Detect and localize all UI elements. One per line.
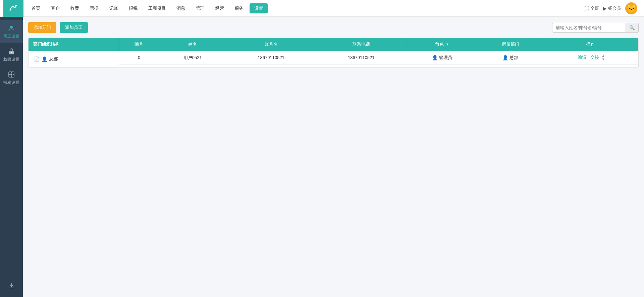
th-action: 操作 — [543, 38, 638, 51]
th-id: 编号 — [119, 38, 159, 51]
cell-actions: 编辑 交接 ▲ ▼ — [543, 51, 638, 65]
download-icon — [7, 282, 15, 290]
member-icon: ▶ — [603, 6, 607, 11]
dept-label: 总部 — [509, 55, 518, 61]
sidebar-item-employee[interactable]: 员工设置 — [0, 20, 23, 43]
dept-panel-title: 部门组织结构 — [33, 42, 59, 47]
logo — [3, 0, 23, 17]
nav-item-fee[interactable]: 收费 — [66, 3, 84, 13]
nav-item-bookkeeping[interactable]: 记账 — [105, 3, 123, 13]
dept-name-root: 总部 — [49, 56, 58, 62]
file-icon: 📄 — [34, 56, 40, 62]
top-nav: 首页 客户 收费 票据 记账 报税 工商项目 消息 管理 经营 服务 设置 ⛶ … — [0, 0, 644, 17]
member-button[interactable]: ▶ 畅会员 — [603, 5, 621, 11]
logo-icon — [8, 3, 19, 14]
th-role[interactable]: 角色 ▼ — [406, 38, 478, 51]
dept-panel-header: 部门组织结构 — [29, 38, 119, 51]
sidebar-item-taxsettings[interactable]: 报税设置 — [0, 66, 23, 90]
sidebar-label-taxsettings: 报税设置 — [3, 80, 19, 86]
avatar[interactable]: 🐱 — [625, 2, 637, 14]
scroll-up-arrow[interactable]: ▲ — [601, 54, 605, 57]
table-header-row: 编号 姓名 账号名 联系电话 角色 ▼ 所属部门 操作 — [119, 38, 638, 51]
svg-point-3 — [11, 52, 12, 53]
scroll-down-arrow[interactable]: ▼ — [601, 58, 605, 61]
filter-icon: ▼ — [445, 42, 449, 46]
nav-item-manage[interactable]: 管理 — [191, 3, 209, 13]
edit-link[interactable]: 编辑 — [578, 55, 586, 60]
sidebar: 员工设置 权限设置 — [0, 17, 23, 297]
toolbar: 添加部门 添加员工 🔍 — [28, 22, 639, 33]
nav-items: 首页 客户 收费 票据 记账 报税 工商项目 消息 管理 经营 服务 设置 — [23, 3, 584, 13]
cell-account: 18679110521 — [226, 51, 316, 65]
employee-icon — [7, 24, 15, 32]
sidebar-item-permission[interactable]: 权限设置 — [0, 43, 23, 66]
nav-item-message[interactable]: 消息 — [172, 3, 190, 13]
nav-item-settings[interactable]: 设置 — [250, 3, 268, 13]
sidebar-bottom — [0, 278, 23, 297]
th-dept: 所属部门 — [478, 38, 543, 51]
sidebar-item-download[interactable] — [0, 278, 23, 294]
transfer-link[interactable]: 交接 — [590, 55, 599, 60]
lock-icon — [7, 47, 15, 55]
main-layout: 员工设置 权限设置 — [0, 17, 644, 297]
dept-user-icon: 👤 — [42, 56, 47, 62]
fullscreen-label: 全屏 — [590, 5, 599, 11]
svg-point-0 — [15, 4, 17, 6]
svg-point-5 — [10, 73, 12, 76]
th-role-label: 角色 — [435, 42, 444, 47]
dept-tree: 📄 👤 总部 — [29, 51, 119, 67]
cell-dept: 👤 总部 — [478, 51, 543, 65]
dept-user-icon-row: 👤 — [502, 55, 508, 60]
employee-table: 编号 姓名 账号名 联系电话 角色 ▼ 所属部门 操作 — [119, 38, 638, 65]
th-account: 账号名 — [226, 38, 316, 51]
nav-item-service[interactable]: 服务 — [230, 3, 248, 13]
table-panel: 编号 姓名 账号名 联系电话 角色 ▼ 所属部门 操作 — [119, 38, 638, 67]
cell-id: 0 — [119, 51, 159, 65]
nav-item-customer[interactable]: 客户 — [46, 3, 64, 13]
search-input[interactable] — [552, 23, 626, 33]
add-dept-button[interactable]: 添加部门 — [28, 22, 56, 33]
fullscreen-icon: ⛶ — [584, 6, 589, 11]
cell-role: 👤 管理员 — [406, 51, 478, 65]
search-area: 🔍 — [552, 23, 639, 33]
table-row: 0 用户0521 18679110521 18679110521 👤 管理员 — [119, 51, 638, 65]
nav-item-home[interactable]: 首页 — [27, 3, 45, 13]
nav-item-ticket[interactable]: 票据 — [85, 3, 103, 13]
search-button[interactable]: 🔍 — [626, 23, 639, 33]
nav-item-tax[interactable]: 报税 — [124, 3, 142, 13]
svg-point-1 — [10, 26, 13, 29]
panels: 部门组织结构 📄 👤 总部 编号 姓名 — [28, 38, 639, 68]
cell-name: 用户0521 — [159, 51, 226, 65]
avatar-icon: 🐱 — [627, 4, 636, 13]
cell-phone: 18679110521 — [316, 51, 406, 65]
nav-item-business[interactable]: 工商项目 — [144, 3, 170, 13]
th-name: 姓名 — [159, 38, 226, 51]
fullscreen-button[interactable]: ⛶ 全屏 — [584, 5, 599, 11]
scroll-arrows: ▲ ▼ — [601, 54, 605, 61]
add-employee-button[interactable]: 添加员工 — [60, 22, 88, 33]
nav-item-operations[interactable]: 经营 — [211, 3, 229, 13]
search-icon: 🔍 — [629, 25, 635, 30]
dept-panel: 部门组织结构 📄 👤 总部 — [29, 38, 119, 67]
dept-tree-item-root[interactable]: 📄 👤 总部 — [32, 54, 115, 64]
role-user-icon: 👤 — [432, 55, 438, 60]
th-phone: 联系电话 — [316, 38, 406, 51]
sidebar-label-employee: 员工设置 — [3, 34, 19, 39]
role-label: 管理员 — [439, 55, 452, 61]
sidebar-label-permission: 权限设置 — [3, 57, 19, 62]
nav-right: ⛶ 全屏 ▶ 畅会员 🐱 — [584, 2, 641, 14]
content: 添加部门 添加员工 🔍 部门组织结构 📄 👤 总部 — [23, 17, 644, 297]
member-label: 畅会员 — [608, 5, 621, 11]
tax-settings-icon — [7, 70, 15, 79]
